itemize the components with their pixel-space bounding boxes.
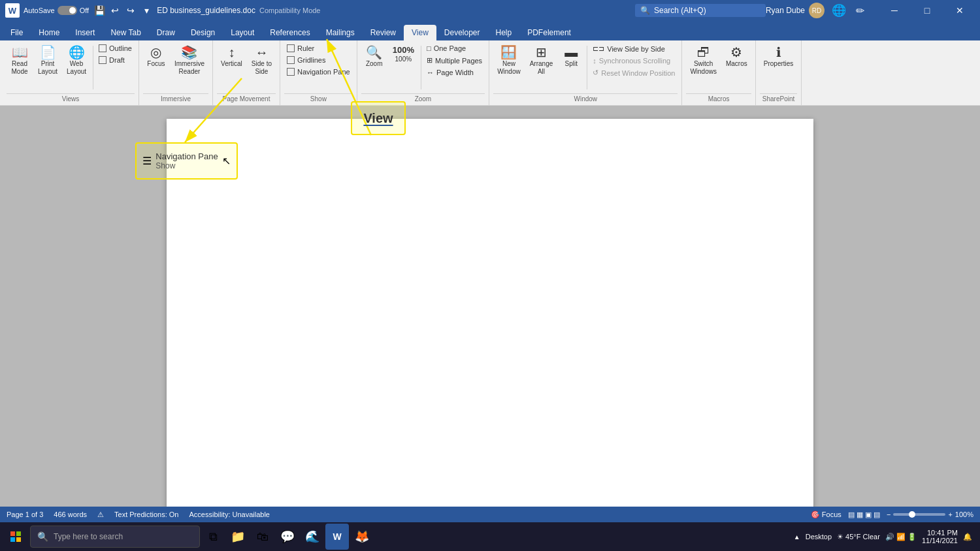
user-area[interactable]: Ryan Dube RD — [766, 3, 825, 18]
one-page-button[interactable]: □ One Page — [424, 43, 485, 54]
web-layout-button[interactable]: 🌐 WebLayout — [63, 43, 90, 78]
customize-qa-button[interactable]: ▾ — [140, 4, 153, 17]
immersive-reader-icon: 📚 — [181, 46, 197, 59]
tab-pdfelement[interactable]: PDFelement — [519, 25, 579, 40]
outline-draft-area: Outline Draft — [96, 43, 135, 65]
taskbar-store[interactable]: 🛍 — [251, 524, 274, 550]
focus-status[interactable]: 🎯 Focus — [811, 511, 841, 519]
arrange-all-button[interactable]: ⊞ ArrangeAll — [526, 43, 557, 78]
focus-button[interactable]: ◎ Focus — [143, 43, 169, 71]
multiple-pages-label: Multiple Pages — [435, 57, 482, 65]
side-to-side-button[interactable]: ↔ Side toSide — [248, 43, 276, 78]
autosave-label: AutoSave — [24, 7, 55, 14]
zoom-slider-thumb — [909, 511, 915, 518]
tab-mailings[interactable]: Mailings — [318, 25, 363, 40]
gridlines-checkbox-btn[interactable]: Gridlines — [284, 55, 353, 65]
reset-window-position-button[interactable]: ↺ Reset Window Position — [590, 67, 678, 78]
new-window-button[interactable]: 🪟 NewWindow — [493, 43, 525, 78]
autosave-state: Off — [80, 7, 89, 14]
redo-qa-button[interactable]: ↪ — [124, 4, 137, 17]
macros-button[interactable]: ⚙ Macros — [722, 43, 751, 71]
title-bar-right: Ryan Dube RD 🌐 ✏ ─ □ ✕ — [766, 0, 975, 21]
ruler-checkbox-btn[interactable]: Ruler — [284, 43, 353, 54]
properties-button[interactable]: ℹ Properties — [760, 43, 798, 71]
taskbar-edge[interactable]: 🌊 — [301, 524, 324, 550]
draft-button[interactable]: Draft — [96, 55, 135, 65]
taskbar-file-explorer[interactable]: 📁 — [226, 524, 250, 550]
tab-draw[interactable]: Draw — [149, 25, 183, 40]
taskbar-teams[interactable]: 💬 — [276, 524, 299, 550]
view-side-by-side-button[interactable]: ⊏⊐ View Side by Side — [590, 43, 678, 54]
tab-developer[interactable]: Developer — [436, 25, 488, 40]
notification-icon[interactable]: 🔔 — [963, 533, 972, 541]
page-movement-group-content: ↕ Vertical ↔ Side toSide — [217, 43, 276, 92]
view-side-by-side-label: View Side by Side — [607, 45, 664, 53]
taskbar-search[interactable]: 🔍 Type here to search — [30, 526, 200, 548]
tab-layout[interactable]: Layout — [223, 25, 262, 40]
tab-review[interactable]: Review — [363, 25, 404, 40]
upgrade-button[interactable]: 🌐 — [832, 4, 845, 17]
divider — [93, 46, 93, 89]
autosave-area: AutoSave Off — [24, 6, 89, 15]
tab-new-tab[interactable]: New Tab — [103, 25, 148, 40]
tab-design[interactable]: Design — [183, 25, 223, 40]
multiple-pages-button[interactable]: ⊞ Multiple Pages — [424, 55, 485, 66]
immersive-group-label: Immersive — [143, 93, 208, 104]
window-options: ⊏⊐ View Side by Side ↕ Synchronous Scrol… — [590, 43, 678, 78]
reset-window-label: Reset Window Position — [601, 69, 675, 77]
window-controls: ─ □ ✕ — [879, 0, 975, 21]
tab-file[interactable]: File — [3, 25, 31, 40]
outline-button[interactable]: Outline — [96, 43, 135, 54]
autosave-toggle[interactable] — [57, 6, 77, 15]
zoom-slider[interactable] — [893, 513, 945, 516]
pen-button[interactable]: ✏ — [853, 4, 866, 17]
quick-access: 💾 ↩ ↪ ▾ — [93, 4, 153, 17]
save-qa-button[interactable]: 💾 — [93, 4, 106, 17]
synchronous-scrolling-label: Synchronous Scrolling — [599, 57, 670, 65]
read-mode-button[interactable]: 📖 ReadMode — [7, 43, 33, 78]
minimize-button[interactable]: ─ — [879, 0, 909, 21]
tab-insert[interactable]: Insert — [67, 25, 103, 40]
draft-label: Draft — [109, 56, 125, 64]
immersive-group: ◎ Focus 📚 ImmersiveReader Immersive — [139, 40, 213, 105]
nav-pane-highlight-label: Navigation Pane — [155, 151, 218, 161]
task-view-button[interactable]: ⧉ — [201, 524, 225, 550]
taskbar-app2[interactable]: 🦊 — [350, 524, 374, 550]
window-group-label: Window — [493, 93, 678, 104]
page-width-button[interactable]: ↔ Page Width — [424, 67, 485, 78]
zoom-options: □ One Page ⊞ Multiple Pages ↔ Page Width — [424, 43, 485, 78]
accessibility-status: Accessibility: Unavailable — [189, 511, 270, 518]
zoom-plus[interactable]: + — [948, 511, 952, 518]
start-button[interactable] — [3, 524, 29, 550]
macros-group: 🗗 SwitchWindows ⚙ Macros Macros — [682, 40, 755, 105]
split-button[interactable]: ▬ Split — [558, 43, 584, 71]
zoom-label: Zoom — [366, 60, 383, 68]
close-button[interactable]: ✕ — [945, 0, 975, 21]
zoom-minus[interactable]: − — [887, 511, 890, 518]
read-mode-icon: 📖 — [12, 46, 28, 59]
immersive-reader-button[interactable]: 📚 ImmersiveReader — [171, 43, 208, 78]
tab-help[interactable]: Help — [488, 25, 520, 40]
desktop-show[interactable]: ▲ — [794, 533, 800, 541]
title-search[interactable]: 🔍 Search (Alt+Q) — [635, 4, 766, 17]
split-icon: ▬ — [564, 46, 578, 59]
undo-qa-button[interactable]: ↩ — [108, 4, 122, 17]
zoom-control[interactable]: − + 100% — [887, 511, 973, 518]
zoom-group-content: 🔍 Zoom 100% 100% □ One Page ⊞ Multiple P… — [361, 43, 485, 92]
tab-view[interactable]: View — [404, 25, 436, 40]
tab-references[interactable]: References — [262, 25, 318, 40]
zoom-100-button[interactable]: 100% 100% — [389, 43, 418, 66]
print-layout-label: PrintLayout — [38, 60, 57, 76]
navigation-pane-checkbox-btn[interactable]: Navigation Pane — [284, 67, 353, 77]
switch-windows-button[interactable]: 🗗 SwitchWindows — [686, 43, 721, 78]
vertical-button[interactable]: ↕ Vertical — [217, 43, 246, 71]
document-page[interactable] — [167, 119, 813, 531]
synchronous-scrolling-button[interactable]: ↕ Synchronous Scrolling — [590, 55, 678, 66]
desktop-label[interactable]: Desktop — [806, 533, 832, 541]
zoom-button[interactable]: 🔍 Zoom — [361, 43, 387, 71]
clock-date: 11/14/2021 — [922, 537, 958, 544]
restore-button[interactable]: □ — [912, 0, 942, 21]
tab-home[interactable]: Home — [31, 25, 67, 40]
print-layout-button[interactable]: 📄 PrintLayout — [34, 43, 61, 78]
taskbar-word[interactable]: W — [325, 524, 349, 550]
